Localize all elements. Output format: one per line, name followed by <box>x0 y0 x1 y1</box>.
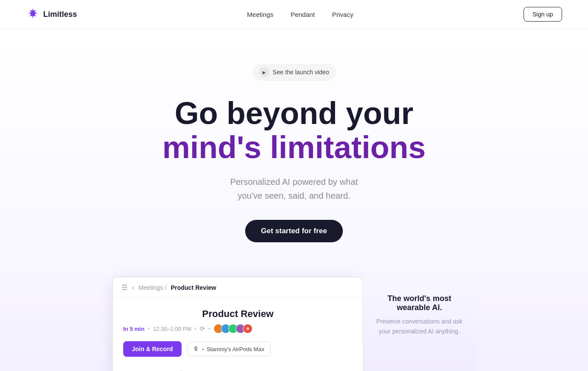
hero-subtitle: Personalized AI powered by what you've s… <box>230 175 358 203</box>
meeting-actions: Join & Record 🎙 ▾ Stammy's AirPods Max <box>123 341 352 357</box>
mic-selector[interactable]: 🎙 ▾ Stammy's AirPods Max <box>187 342 271 356</box>
nav-meetings[interactable]: Meetings <box>247 11 273 18</box>
signup-button[interactable]: Sign up <box>524 7 562 22</box>
hero-subtitle-line1: Personalized AI powered by what <box>230 177 358 187</box>
nav-links: Meetings Pendant Privacy <box>247 11 353 18</box>
mic-chevron-down: ▾ <box>202 347 204 352</box>
tab-summary[interactable]: Summary <box>226 365 267 371</box>
side-card: The world's most wearable AI. Preserve c… <box>363 277 476 371</box>
logo-icon <box>26 7 40 21</box>
hero-cta-button[interactable]: Get started for free <box>245 220 342 242</box>
back-icon[interactable]: ‹ <box>132 284 134 292</box>
hero-title-line2: mind's limitations <box>162 130 425 165</box>
hero-section: ▶ See the launch video Go beyond your mi… <box>0 29 588 371</box>
hero-title: Go beyond your mind's limitations <box>162 96 425 165</box>
app-window: ☰ ‹ Meetings / Product Review Product Re… <box>112 277 363 371</box>
meeting-title: Product Review <box>123 308 352 320</box>
sync-icon: ⟳ <box>200 325 205 332</box>
hamburger-icon[interactable]: ☰ <box>121 283 128 292</box>
tab-transcript[interactable]: Transcript <box>152 365 195 371</box>
tab-notes[interactable]: Notes <box>195 365 226 371</box>
brand-name: Limitless <box>43 10 77 19</box>
mic-icon: 🎙 <box>193 346 199 352</box>
meeting-meta: In 5 min 12:30–1:00 PM ⟳ B <box>123 324 352 333</box>
logo-link[interactable]: Limitless <box>26 7 77 21</box>
avatars-group: B <box>214 324 252 333</box>
side-card-title: The world's most wearable AI. <box>376 294 463 312</box>
time-range: 12:30–1:00 PM <box>153 326 191 332</box>
launch-badge-text: See the launch video <box>273 69 329 76</box>
join-record-button[interactable]: Join & Record <box>123 341 182 357</box>
separator-dot3 <box>208 328 210 330</box>
hero-subtitle-line2: you've seen, said, and heard. <box>238 191 351 200</box>
hero-title-line1: Go beyond your <box>162 96 425 130</box>
breadcrumb-base: Meetings / <box>138 284 166 291</box>
separator-dot1 <box>148 328 150 330</box>
app-preview-section: ☰ ‹ Meetings / Product Review Product Re… <box>86 277 502 371</box>
breadcrumb-current: Product Review <box>171 284 216 291</box>
app-content: Product Review In 5 min 12:30–1:00 PM ⟳ … <box>113 298 363 371</box>
avatar-5: B <box>243 324 252 333</box>
time-badge: In 5 min <box>123 326 144 332</box>
separator-dot2 <box>195 328 196 330</box>
navbar: Limitless Meetings Pendant Privacy Sign … <box>0 0 588 29</box>
side-card-subtitle: Preserve conversations and ask your pers… <box>376 317 463 336</box>
app-tabs: Prep Transcript Notes Summary <box>123 365 352 371</box>
launch-video-badge[interactable]: ▶ See the launch video <box>252 63 336 81</box>
nav-privacy[interactable]: Privacy <box>332 11 353 18</box>
tab-prep[interactable]: Prep <box>123 365 152 371</box>
mic-label: Stammy's AirPods Max <box>207 346 264 352</box>
nav-pendant[interactable]: Pendant <box>291 11 315 18</box>
app-topbar: ☰ ‹ Meetings / Product Review <box>113 277 363 298</box>
play-icon: ▶ <box>259 67 269 77</box>
